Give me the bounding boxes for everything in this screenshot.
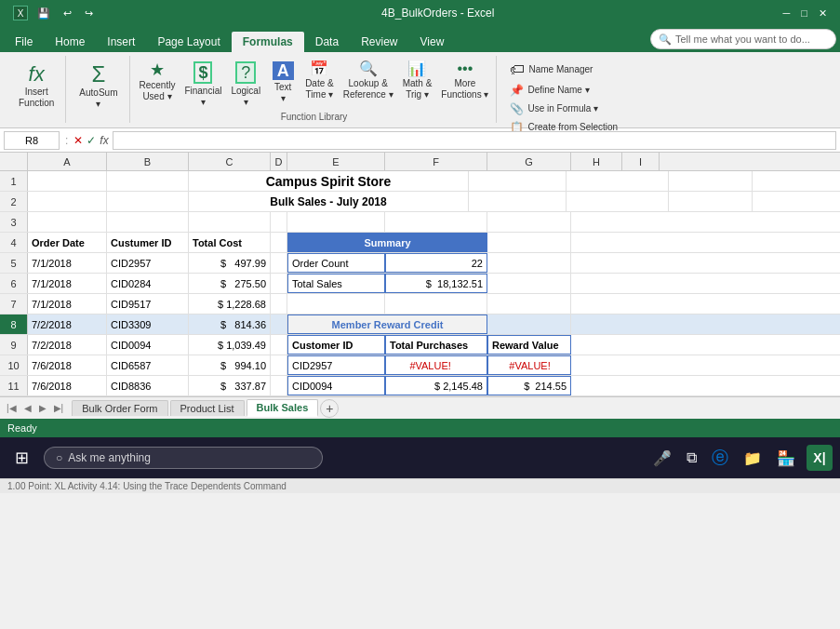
cell-g9[interactable]: Reward Value <box>487 335 571 355</box>
cell-e2[interactable] <box>469 192 567 211</box>
cell-g8[interactable] <box>487 314 571 334</box>
cell-d6[interactable] <box>271 274 287 293</box>
col-header-a[interactable]: A <box>28 153 107 170</box>
row-header-6[interactable]: 6 <box>0 274 28 293</box>
cell-e4-summary[interactable]: Summary <box>287 233 487 252</box>
tab-home[interactable]: Home <box>44 32 96 52</box>
cell-e3[interactable] <box>287 212 385 232</box>
lookup-reference-btn[interactable]: 🔍 Lookup &Reference ▾ <box>340 60 397 102</box>
cell-g6[interactable] <box>487 274 571 293</box>
cell-c3[interactable] <box>189 212 271 232</box>
logical-btn[interactable]: ? Logical▾ <box>227 60 264 110</box>
cell-c11[interactable]: $ 337.87 <box>189 376 271 395</box>
cell-b9[interactable]: CID0094 <box>107 335 189 355</box>
col-header-e[interactable]: E <box>287 153 385 170</box>
taskbar-files-icon[interactable]: 📁 <box>740 446 766 471</box>
cell-b10[interactable]: CID6587 <box>107 355 189 375</box>
cell-c2[interactable]: Bulk Sales - July 2018 <box>189 192 469 211</box>
taskbar-edge-icon[interactable]: ⓔ <box>708 443 732 473</box>
cell-d3[interactable] <box>271 212 287 232</box>
cell-f7[interactable] <box>385 294 487 314</box>
cell-g1[interactable] <box>669 171 753 191</box>
col-header-f[interactable]: F <box>385 153 487 170</box>
cell-c5[interactable]: $ 497.99 <box>189 253 271 273</box>
cell-a8[interactable]: 7/2/2018 <box>28 314 107 334</box>
sheet-tab-bulk-sales[interactable]: Bulk Sales <box>247 399 319 417</box>
name-manager-btn[interactable]: 🏷 Name Manager <box>506 60 596 80</box>
cell-g3[interactable] <box>487 212 571 232</box>
row-header-1[interactable]: 1 <box>0 171 28 191</box>
cell-g5[interactable] <box>487 253 571 273</box>
maximize-btn[interactable]: □ <box>797 7 811 20</box>
cell-d4[interactable] <box>271 233 287 252</box>
sheet-tab-product-list[interactable]: Product List <box>170 400 245 416</box>
cell-c8[interactable]: $ 814.36 <box>189 314 271 334</box>
text-btn[interactable]: A Text▾ <box>266 60 300 106</box>
cell-f11[interactable]: $ 2,145.48 <box>385 376 487 395</box>
cell-a4[interactable]: Order Date <box>28 233 107 252</box>
cell-d11[interactable] <box>271 376 287 395</box>
cell-d5[interactable] <box>271 253 287 273</box>
taskbar-search[interactable]: ○ Ask me anything <box>44 447 323 469</box>
row-header-8[interactable]: 8 <box>0 314 28 334</box>
cell-f1[interactable] <box>567 171 669 191</box>
cell-f2[interactable] <box>567 192 669 211</box>
col-header-b[interactable]: B <box>107 153 189 170</box>
col-header-d[interactable]: D <box>271 153 287 170</box>
minimize-btn[interactable]: ─ <box>780 7 794 20</box>
tab-view[interactable]: View <box>409 32 456 52</box>
cell-a9[interactable]: 7/2/2018 <box>28 335 107 355</box>
cell-a10[interactable]: 7/6/2018 <box>28 355 107 375</box>
cell-f10[interactable]: #VALUE! <box>385 355 487 375</box>
more-functions-btn[interactable]: ••• MoreFunctions ▾ <box>437 60 492 102</box>
cell-d9[interactable] <box>271 335 287 355</box>
taskbar-store-icon[interactable]: 🏪 <box>773 446 799 471</box>
cell-b2[interactable] <box>107 192 189 211</box>
cell-a6[interactable]: 7/1/2018 <box>28 274 107 293</box>
cell-b5[interactable]: CID2957 <box>107 253 189 273</box>
sheet-nav-prev[interactable]: ◀ <box>21 402 34 414</box>
cell-a2[interactable] <box>28 192 107 211</box>
cell-g4[interactable] <box>487 233 571 252</box>
cell-d7[interactable] <box>271 294 287 314</box>
sheet-tab-bulk-order-form[interactable]: Bulk Order Form <box>72 400 167 416</box>
cell-b7[interactable]: CID9517 <box>107 294 189 314</box>
confirm-icon[interactable]: ✓ <box>87 134 96 147</box>
date-time-btn[interactable]: 📅 Date &Time ▾ <box>301 60 338 102</box>
insert-function-btn[interactable]: fx InsertFunction <box>15 60 58 114</box>
cell-reference[interactable]: R8 <box>4 131 60 150</box>
cell-f3[interactable] <box>385 212 487 232</box>
row-header-9[interactable]: 9 <box>0 335 28 355</box>
formula-icon[interactable]: fx <box>100 134 108 147</box>
cell-b4[interactable]: Custumer ID <box>107 233 189 252</box>
taskbar-windows-icon[interactable]: ⧉ <box>683 446 700 470</box>
cell-e6[interactable]: Total Sales <box>287 274 385 293</box>
cell-b3[interactable] <box>107 212 189 232</box>
cell-e9[interactable]: Customer ID <box>287 335 385 355</box>
row-header-10[interactable]: 10 <box>0 355 28 375</box>
row-header-2[interactable]: 2 <box>0 192 28 211</box>
cell-a5[interactable]: 7/1/2018 <box>28 253 107 273</box>
col-header-i[interactable]: I <box>622 153 660 170</box>
cell-b11[interactable]: CID8836 <box>107 376 189 395</box>
undo-btn[interactable]: ↩ <box>60 7 75 20</box>
cell-c7[interactable]: $ 1,228.68 <box>189 294 271 314</box>
row-header-4[interactable]: 4 <box>0 233 28 252</box>
taskbar-excel-icon[interactable]: X| <box>807 445 833 471</box>
col-header-c[interactable]: C <box>189 153 271 170</box>
cell-c10[interactable]: $ 994.10 <box>189 355 271 375</box>
tell-me-bar[interactable]: 🔍 Tell me what you want to do... <box>650 29 836 49</box>
sheet-tab-add[interactable]: + <box>320 399 339 418</box>
cell-b1[interactable] <box>107 171 189 191</box>
tab-review[interactable]: Review <box>350 32 408 52</box>
use-in-formula-btn[interactable]: 📎 Use in Formula ▾ <box>506 100 602 117</box>
math-trig-btn[interactable]: 📊 Math &Trig ▾ <box>399 60 436 102</box>
col-header-h[interactable]: H <box>571 153 622 170</box>
financial-btn[interactable]: $ Financial▾ <box>180 60 225 110</box>
sheet-nav-first[interactable]: |◀ <box>4 402 20 414</box>
taskbar-mic-icon[interactable]: 🎤 <box>649 446 675 471</box>
cell-g10[interactable]: #VALUE! <box>487 355 571 375</box>
cell-e1[interactable] <box>469 171 567 191</box>
cell-a11[interactable]: 7/6/2018 <box>28 376 107 395</box>
row-header-7[interactable]: 7 <box>0 294 28 314</box>
